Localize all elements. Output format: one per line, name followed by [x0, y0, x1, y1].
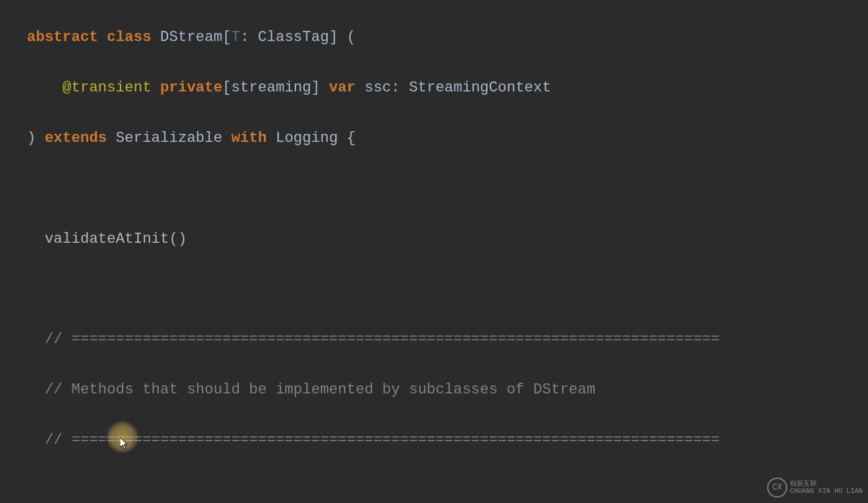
keyword-private: private	[160, 79, 222, 96]
code-line[interactable]: // Methods that should be implemented by…	[27, 377, 868, 402]
keyword-var: var	[329, 79, 356, 96]
code-line[interactable]: ) extends Serializable with Logging {	[27, 126, 868, 151]
code-line[interactable]	[27, 477, 868, 502]
class-name: DStream	[160, 29, 222, 46]
annotation: @transient	[63, 79, 151, 96]
code-line[interactable]	[27, 276, 868, 301]
watermark: CX 创新互联 CHUANG XIN HU LIAN	[767, 477, 863, 498]
code-line[interactable]	[27, 176, 868, 201]
watermark-text: 创新互联 CHUANG XIN HU LIAN	[790, 480, 863, 495]
keyword-extends: extends	[44, 130, 106, 147]
keyword-with: with	[231, 130, 267, 147]
watermark-logo: CX	[767, 477, 787, 498]
type-param: T	[231, 29, 240, 46]
code-editor[interactable]: abstract class DStream[T: ClassTag] ( @t…	[0, 0, 868, 503]
comment: // =====================================…	[27, 428, 720, 453]
code-line[interactable]: validateAtInit()	[27, 227, 868, 252]
code-line[interactable]: @transient private[streaming] var ssc: S…	[27, 75, 868, 100]
code-line[interactable]: // =====================================…	[27, 327, 868, 352]
keyword-abstract: abstract	[27, 29, 98, 46]
code-line[interactable]: abstract class DStream[T: ClassTag] (	[27, 25, 868, 50]
keyword-class: class	[107, 29, 151, 46]
code-line[interactable]: // =====================================…	[27, 428, 868, 453]
comment: // =====================================…	[27, 327, 720, 352]
comment: // Methods that should be implemented by…	[27, 377, 595, 402]
method-call: validateAtInit()	[27, 227, 187, 252]
